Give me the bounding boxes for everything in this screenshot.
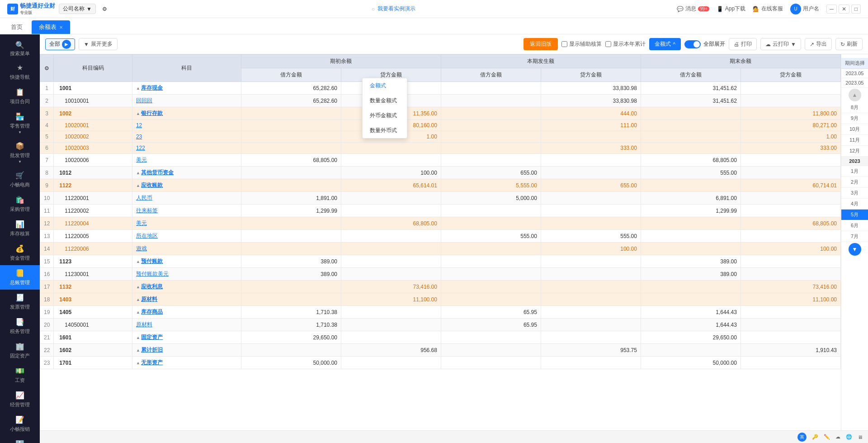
sidebar-item-search[interactable]: 🔍 搜索菜单 bbox=[0, 38, 40, 60]
top-header: 财 畅捷通好业财 专业版 公司名称 ▼ ⚙ ○ 我要看实例演示 💬 消息 99+… bbox=[0, 0, 868, 18]
dropdown-item-qty-amount[interactable]: 数量金额式 bbox=[363, 93, 407, 108]
period-nav-up[interactable]: ▲ bbox=[849, 89, 861, 101]
toolbar: 全部 ▶ ▼ 展开更多 返回旧版 显示辅助核算 显示本年累计 金额式 ^ bbox=[40, 34, 868, 54]
table-row: 211601▲ 固定资产29,650.0029,650.00 bbox=[40, 331, 841, 344]
header-left: 财 畅捷通好业财 专业版 公司名称 ▼ ⚙ bbox=[7, 2, 110, 16]
return-old-version-button[interactable]: 返回旧版 bbox=[524, 38, 558, 50]
settings-icon[interactable]: ⚙ bbox=[99, 4, 110, 14]
period-item-2023-05-2[interactable]: 2023.05 bbox=[841, 78, 868, 88]
period-item-2023-05-1[interactable]: 2023.05 bbox=[841, 69, 868, 78]
dropdown-item-foreign-amount[interactable]: 外币金额式 bbox=[363, 108, 407, 123]
export-button[interactable]: ↗ 导出 bbox=[805, 38, 832, 50]
user-avatar[interactable]: U 用户名 bbox=[790, 4, 819, 14]
filter-tag: 全部 ▶ bbox=[45, 38, 75, 50]
cloud-print-button[interactable]: ☁ 云打印 ▼ bbox=[760, 38, 801, 50]
dropdown-item-amount[interactable]: 金额式 bbox=[363, 78, 407, 93]
col-header-code: 科目编码 bbox=[54, 55, 132, 82]
table-row: 31002▲ 银行存款11,356.00444.0011,800.00 bbox=[40, 107, 841, 120]
period-item-8[interactable]: 8月 bbox=[841, 102, 868, 113]
period-item-9[interactable]: 9月 bbox=[841, 113, 868, 124]
col-header-cp-credit: 贷方金额 bbox=[541, 68, 641, 82]
period-item-10[interactable]: 10月 bbox=[841, 124, 868, 135]
status-keyboard-icon[interactable]: 🔑 bbox=[812, 434, 818, 440]
tab-balance[interactable]: 余额表 ✕ bbox=[32, 20, 70, 34]
table-row: 1111220002往来标签1,299.991,299.99 bbox=[40, 205, 841, 217]
sidebar-item-quick-nav[interactable]: ★ 快捷导航 bbox=[0, 60, 40, 84]
sidebar-item-wholesale[interactable]: 📦 批发管理 ▼ bbox=[0, 138, 40, 167]
table-row: 231701▲ 无形资产50,000.0050,000.00 bbox=[40, 357, 841, 369]
tab-bar: 首页 余额表 ✕ bbox=[0, 18, 868, 34]
status-network-icon[interactable]: 🌐 bbox=[846, 434, 852, 440]
sidebar-item-assets[interactable]: 🏢 固定资产 bbox=[0, 338, 40, 363]
amount-style-button[interactable]: 金额式 ^ bbox=[649, 38, 681, 50]
header-right: 💬 消息 99+ 📱 App下载 💁 在线客服 U 用户名 ─ ✕ □ bbox=[677, 4, 861, 14]
cloud-print-icon: ☁ bbox=[765, 41, 771, 48]
dropdown-item-qty-foreign[interactable]: 数量外币式 bbox=[363, 123, 407, 138]
messages-button[interactable]: 💬 消息 99+ bbox=[677, 5, 709, 13]
window-maximize[interactable]: □ bbox=[851, 5, 861, 14]
sidebar-item-tax[interactable]: 📑 税务管理 bbox=[0, 314, 40, 338]
period-label: 期间选择 bbox=[841, 58, 868, 69]
balance-table: ⚙ 科目编码 科目 期初余额 本期发生额 期末余额 借方金额 贷方金额 借方金额… bbox=[40, 54, 841, 369]
period-item-year-2023[interactable]: 2023 bbox=[841, 157, 868, 166]
status-lang-icon[interactable]: 英 bbox=[797, 433, 807, 442]
sidebar-item-operations[interactable]: 📈 经营管理 bbox=[0, 387, 40, 412]
expand-all-toggle[interactable]: 全部展开 bbox=[684, 40, 725, 48]
table-row: 1411220006遊戏100.00100.00 bbox=[40, 243, 841, 255]
sidebar-item-inventory[interactable]: 📊 库存核算 bbox=[0, 216, 40, 241]
status-edit-icon[interactable]: ✏️ bbox=[824, 434, 830, 440]
table-settings-col[interactable]: ⚙ bbox=[40, 55, 54, 82]
table-row: 81012▲ 其他货币资金100.00655.00555.00 bbox=[40, 167, 841, 179]
amount-style-dropdown: 金额式 数量金额式 外币金额式 数量外币式 bbox=[362, 78, 407, 138]
period-nav-down[interactable]: ▼ bbox=[849, 243, 861, 256]
period-item-12[interactable]: 12月 bbox=[841, 146, 868, 157]
period-item-2[interactable]: 2月 bbox=[841, 177, 868, 188]
status-cloud-icon[interactable]: ☁ bbox=[835, 434, 840, 440]
sidebar-item-invoice[interactable]: 🧾 发票管理 bbox=[0, 290, 40, 314]
sidebar-item-retail[interactable]: 🏪 零售管理 ▼ bbox=[0, 109, 40, 138]
status-monitor-icon[interactable]: 🖥 bbox=[858, 434, 863, 440]
col-header-cb-debit: 借方金额 bbox=[641, 68, 741, 82]
period-item-7[interactable]: 7月 bbox=[841, 231, 868, 242]
table-row: 510020002231.001.00 bbox=[40, 131, 841, 143]
print-button[interactable]: 🖨 打印 bbox=[729, 38, 757, 50]
filter-arrow-icon[interactable]: ▶ bbox=[62, 40, 71, 49]
sidebar-item-project[interactable]: 📋 项目合同 bbox=[0, 84, 40, 109]
refresh-button[interactable]: ↻ 刷新 bbox=[835, 38, 863, 50]
col-header-ob-debit: 借方金额 bbox=[241, 68, 341, 82]
show-ytd-checkbox[interactable]: 显示本年累计 bbox=[605, 40, 646, 48]
sidebar-item-accounting[interactable]: 📒 总账管理 bbox=[0, 265, 40, 290]
period-item-1[interactable]: 1月 bbox=[841, 166, 868, 177]
refresh-icon: ↻ bbox=[840, 41, 845, 48]
table-row: 1011220001人民币1,891.005,000.006,891.00 bbox=[40, 192, 841, 205]
sidebar-item-purchase[interactable]: 🛍️ 采购管理 bbox=[0, 192, 40, 216]
app-download-button[interactable]: 📱 App下载 bbox=[717, 5, 745, 13]
table-row: 4100200011280,160.00111.0080,271.00 bbox=[40, 120, 841, 131]
sidebar-item-ecommerce[interactable]: 🛒 小畅电商 bbox=[0, 167, 40, 192]
expand-more-button[interactable]: ▼ 展开更多 bbox=[79, 38, 118, 50]
table-container[interactable]: ⚙ 科目编码 科目 期初余额 本期发生额 期末余额 借方金额 贷方金额 借方金额… bbox=[40, 54, 841, 430]
table-row: 171132▲ 应收利息73,416.0073,416.00 bbox=[40, 281, 841, 293]
tab-close-icon[interactable]: ✕ bbox=[59, 25, 63, 30]
period-item-6[interactable]: 6月 bbox=[841, 220, 868, 231]
col-header-current: 本期发生额 bbox=[441, 55, 641, 68]
window-minimize[interactable]: ─ bbox=[826, 5, 837, 14]
app-name: 畅捷通好业财 专业版 bbox=[20, 2, 55, 16]
period-item-3[interactable]: 3月 bbox=[841, 188, 868, 199]
company-selector[interactable]: 公司名称 ▼ bbox=[59, 4, 96, 14]
sidebar-item-finance[interactable]: 💰 资金管理 bbox=[0, 241, 40, 265]
online-service-button[interactable]: 💁 在线客服 bbox=[753, 5, 783, 13]
window-close[interactable]: ✕ bbox=[839, 5, 849, 14]
period-item-4[interactable]: 4月 bbox=[841, 199, 868, 210]
content-wrapper: ⚙ 科目编码 科目 期初余额 本期发生额 期末余额 借方金额 贷方金额 借方金额… bbox=[40, 54, 868, 430]
toggle-switch-control[interactable] bbox=[684, 40, 701, 48]
sidebar-item-basic[interactable]: ℹ️ 基础信息 bbox=[0, 436, 40, 443]
tab-home[interactable]: 首页 bbox=[4, 20, 30, 34]
header-center: ○ 我要看实例演示 bbox=[372, 5, 415, 13]
sidebar-item-hr[interactable]: 💵 工资 bbox=[0, 363, 40, 387]
period-item-11[interactable]: 11月 bbox=[841, 135, 868, 146]
table-row: 91122▲ 应收账款65,614.015,555.00655.0060,714… bbox=[40, 179, 841, 192]
sidebar-item-reports[interactable]: 📝 小畅报销 bbox=[0, 412, 40, 436]
show-auxiliary-checkbox[interactable]: 显示辅助核算 bbox=[561, 40, 602, 48]
period-item-5[interactable]: 5月 bbox=[841, 210, 868, 220]
